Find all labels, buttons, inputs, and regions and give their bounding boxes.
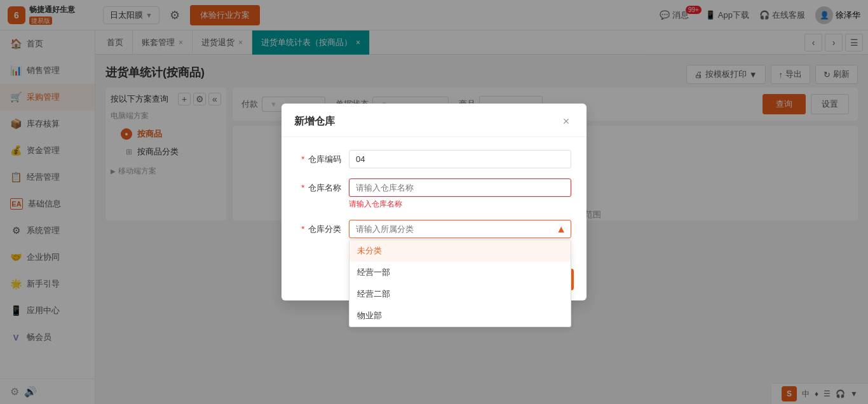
category-option-0[interactable]: 未分类 (349, 240, 571, 262)
code-field-wrapper (349, 150, 571, 168)
category-option-3[interactable]: 物业部 (349, 305, 571, 327)
modal-overlay[interactable]: 新增仓库 × * 仓库编码 * 仓库名称 (0, 0, 868, 404)
name-field-wrapper: 请输入仓库名称 (349, 178, 571, 210)
category-option-1[interactable]: 经营一部 (349, 262, 571, 283)
modal-body: * 仓库编码 * 仓库名称 请输入仓库名称 (281, 137, 587, 261)
category-option-2[interactable]: 经营二部 (349, 283, 571, 305)
category-toggle-icon[interactable]: ▲ (556, 224, 566, 235)
modal-add-warehouse: 新增仓库 × * 仓库编码 * 仓库名称 (281, 104, 587, 300)
modal-title: 新增仓库 (294, 115, 335, 128)
category-dropdown: 未分类 经营一部 经营二部 物业部 (349, 239, 571, 327)
category-field-wrapper: ▲ 未分类 经营一部 经营二部 物业部 (349, 220, 571, 238)
category-label: * 仓库分类 (297, 220, 341, 235)
name-label: * 仓库名称 (297, 178, 341, 194)
modal-close-button[interactable]: × (559, 114, 574, 129)
form-row-category: * 仓库分类 ▲ 未分类 经营一部 经营二部 物业部 (297, 220, 571, 238)
warehouse-code-input[interactable] (349, 150, 571, 168)
modal-header: 新增仓库 × (281, 104, 587, 137)
category-input-wrapper: ▲ (349, 220, 571, 238)
form-row-name: * 仓库名称 请输入仓库名称 (297, 178, 571, 210)
form-row-code: * 仓库编码 (297, 150, 571, 168)
name-error-message: 请输入仓库名称 (349, 199, 571, 210)
code-label: * 仓库编码 (297, 150, 341, 165)
warehouse-category-input[interactable] (349, 220, 571, 238)
warehouse-name-input[interactable] (349, 178, 571, 197)
